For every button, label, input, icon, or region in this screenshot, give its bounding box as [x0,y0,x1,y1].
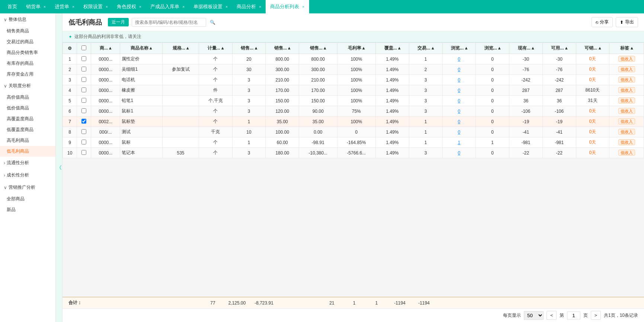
col-sale2[interactable]: 销售... ▴ [266,43,299,54]
row-available: -76 [542,64,576,75]
table-row[interactable]: 9 0000... 鼠标 个 1 60.00 -98.91 -164.85% 1… [63,137,644,148]
row-view1[interactable]: 0 [442,106,476,117]
table-row[interactable]: 1 0000... 属性定价 个 20 800.00 800.00 100% 1… [63,54,644,64]
row-view1[interactable]: 0 [442,117,476,127]
share-btn[interactable]: ⎋ 分享 [592,17,613,27]
sidebar-group-coverage-analysis[interactable]: ∨ 关联度分析 [0,80,55,92]
sidebar-item-capital-usage[interactable]: 库存资金占用 [0,69,55,80]
row-view1[interactable]: 0 [442,75,476,85]
row-sale3: -98.91 [299,137,337,148]
close-purchase-order-icon[interactable]: × [72,4,74,9]
sidebar-item-all-goods[interactable]: 全部商品 [0,194,55,204]
main-layout: ∨ 整体信息 销售类商品 交易过的商品 商品分类销售率 有库存的商品 库存资金占… [0,13,644,322]
row-view1[interactable]: 1 [442,137,476,148]
col-view2[interactable]: 浏览... ▴ [476,43,509,54]
nav-template-settings[interactable]: 单据模板设置 × [189,0,232,13]
sidebar-item-new-goods[interactable]: 新品 [0,204,55,215]
col-code[interactable]: 商... ▴ [91,43,120,54]
table-row[interactable]: 2 0000... 吴细细1 参加复试 个 30 300.00 300.00 1… [63,64,644,75]
table-row[interactable]: 4 0000... 橡皮擦 件 3 170.00 170.00 100% 1.4… [63,85,644,96]
sidebar-item-in-stock[interactable]: 有库存的商品 [0,58,55,69]
row-tag: 低收入 [609,127,644,137]
sidebar-item-traded-goods[interactable]: 交易过的商品 [0,36,55,47]
sidebar-item-high-value[interactable]: 高价值商品 [0,92,55,103]
row-view1[interactable]: 0 [442,64,476,75]
sidebar-item-sales-goods[interactable]: 销售类商品 [0,26,55,36]
sidebar-item-low-value[interactable]: 低价值商品 [0,103,55,114]
row-checkbox[interactable] [77,148,91,158]
nav-purchase-order[interactable]: 进货单 × [50,0,79,13]
row-checkbox[interactable] [77,64,91,75]
nav-product-analysis-list[interactable]: 商品分析列表 × [266,0,309,13]
row-checkbox[interactable] [77,127,91,137]
sidebar-group-overall-info[interactable]: ∨ 整体信息 [0,13,55,26]
col-name[interactable]: 商品名称 ▴ [120,43,163,54]
col-tag[interactable]: 标签 ▴ [609,43,644,54]
nav-product-analysis[interactable]: 商品分析 × [232,0,266,13]
row-checkbox[interactable] [77,96,91,106]
row-checkbox[interactable] [77,137,91,148]
close-product-analysis-list-icon[interactable]: × [302,4,304,9]
col-saleable[interactable]: 可销... ▴ [576,43,609,54]
col-settings[interactable]: ⚙ [63,43,77,54]
table-row[interactable]: 6 0000... 鼠标1 个 3 120.00 90.00 75% 1.49%… [63,106,644,117]
table-row[interactable]: 8 000/... 测试 千克 10 100.00 0.00 0 1.49% 1… [63,127,644,137]
sidebar-collapse-btn[interactable]: 《 [56,13,63,322]
row-view1[interactable]: 0 [442,96,476,106]
nav-sales-order[interactable]: 销货单 × [22,0,50,13]
nav-permissions[interactable]: 权限设置 × [79,0,112,13]
sidebar-item-low-margin[interactable]: 低毛利商品 [0,146,55,157]
sidebar-item-low-coverage[interactable]: 低覆盖度商品 [0,124,55,135]
row-view1[interactable]: 0 [442,148,476,158]
row-view1[interactable]: 0 [442,127,476,137]
close-sales-order-icon[interactable]: × [44,4,46,9]
row-sale1: 10 [232,127,266,137]
row-checkbox[interactable] [77,75,91,85]
page-input[interactable] [567,312,580,319]
col-sale1[interactable]: 销售... ▴ [232,43,266,54]
row-checkbox[interactable] [77,85,91,96]
search-icon[interactable]: 🔍 [210,20,215,25]
nav-home[interactable]: 首页 [3,0,22,13]
close-template-settings-icon[interactable]: × [225,4,228,9]
nav-product-entry[interactable]: 产成品入库单 × [146,0,189,13]
row-checkbox[interactable] [77,117,91,127]
col-gross-rate[interactable]: 毛利率 ▴ [337,43,376,54]
next-page-btn[interactable]: ＞ [591,311,601,320]
col-sale3[interactable]: 销售... ▴ [299,43,337,54]
close-product-entry-icon[interactable]: × [182,4,185,9]
col-transaction[interactable]: 交易... ▴ [409,43,442,54]
export-btn[interactable]: ⬆ 导出 [616,17,638,27]
sidebar-item-high-margin[interactable]: 高毛利商品 [0,135,55,146]
col-unit[interactable]: 计量... ▴ [199,43,232,54]
row-no: 8 [63,127,77,137]
prev-page-btn[interactable]: ＜ [547,311,557,320]
nav-role-auth[interactable]: 角色授权 × [112,0,146,13]
close-role-auth-icon[interactable]: × [139,4,141,9]
col-spec[interactable]: 规格... ▴ [163,43,199,54]
select-all-checkbox[interactable] [81,45,86,50]
table-row[interactable]: 7 0002... 鼠标垫 个 1 35.00 35.00 100% 1.49%… [63,117,644,127]
close-product-analysis-icon[interactable]: × [259,4,261,9]
row-view1[interactable]: 0 [442,85,476,96]
close-permissions-icon[interactable]: × [106,4,108,9]
row-spec [163,127,199,137]
col-current[interactable]: 现有... ▴ [509,43,543,54]
sidebar-item-category-sales-rate[interactable]: 商品分类销售率 [0,47,55,58]
sidebar-group-marketing[interactable]: ∨ 营销推广分析 [0,181,55,194]
row-checkbox[interactable] [77,106,91,117]
col-available[interactable]: 可用... ▴ [542,43,576,54]
col-view1[interactable]: 浏览... ▴ [442,43,476,54]
row-view1[interactable]: 0 [442,54,476,64]
table-row[interactable]: 3 0000... 电话机 个 3 210.00 210.00 100% 1.4… [63,75,644,85]
sidebar-group-liquidity[interactable]: › 流通性分析 [0,157,55,169]
filter-recent-month-btn[interactable]: 近一月 [108,18,129,26]
sidebar-group-growth[interactable]: › 成长性分析 [0,169,55,181]
search-input[interactable] [132,18,206,27]
table-row[interactable]: 5 0000... 铅笔1 个,千克 3 150.00 150.00 100% … [63,96,644,106]
per-page-select[interactable]: 50 100 200 [524,311,544,320]
row-checkbox[interactable] [77,54,91,64]
sidebar-item-high-coverage[interactable]: 高覆盖度商品 [0,114,55,124]
col-coverage[interactable]: 覆盖... ▴ [376,43,409,54]
table-row[interactable]: 10 0000... 笔记本 535 个 3 180.00 -10,380...… [63,148,644,158]
